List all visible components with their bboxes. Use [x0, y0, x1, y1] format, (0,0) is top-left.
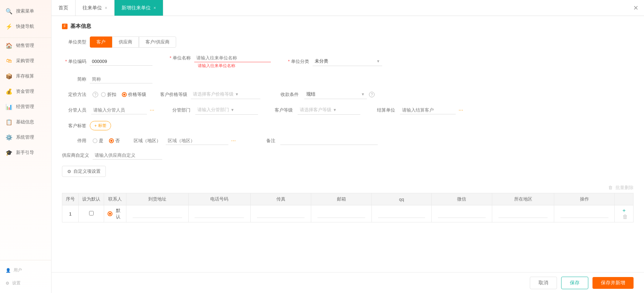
settlement-unit-input[interactable]	[400, 106, 456, 114]
row-add-btn[interactable]: +	[622, 207, 626, 213]
sidebar-nav: 🏠 销售管理 🛍 采购管理 📦 库存核算 💰 资金管理 📊 经营管理 📋 基础信…	[0, 38, 51, 160]
row-address[interactable]	[188, 205, 251, 222]
tab-new-partner-close[interactable]: ×	[154, 6, 156, 10]
sidebar-item-system[interactable]: ⚙️ 系统管理	[0, 130, 51, 145]
unit-type-customer[interactable]: 客户	[90, 36, 112, 48]
address-input[interactable]	[195, 210, 244, 218]
wechat-input[interactable]	[498, 210, 548, 218]
default-radio-circle	[108, 211, 112, 216]
email-input[interactable]	[378, 210, 425, 218]
radio-price-level[interactable]: 价格等级	[122, 91, 146, 98]
unit-type-both[interactable]: 客户/供应商	[139, 36, 176, 48]
contact-input[interactable]	[133, 210, 182, 218]
area-row-input[interactable]	[560, 210, 608, 218]
remark-input[interactable]	[280, 137, 378, 145]
fax-input[interactable]	[317, 210, 366, 218]
window-close-button[interactable]: ✕	[628, 0, 644, 16]
tab-home-label: 首页	[58, 5, 68, 11]
unit-type-group: 客户 供应商 客户/供应商	[90, 36, 176, 48]
settlement-more-btn[interactable]: ···	[457, 107, 464, 113]
unit-type-supplier[interactable]: 供应商	[112, 36, 139, 48]
qq-input[interactable]	[438, 210, 486, 218]
tab-new-partner[interactable]: 新增往来单位 ×	[115, 0, 163, 16]
payment-terms-value: 现结	[306, 91, 360, 97]
supplier-custom-input[interactable]	[93, 151, 162, 160]
row-default[interactable]: 默认	[104, 205, 126, 222]
customer-level-select[interactable]: 请选择客户等级 ▼	[298, 105, 360, 115]
row-phone[interactable]	[251, 205, 311, 222]
row-email[interactable]	[371, 205, 431, 222]
sidebar-item-finance[interactable]: 💰 资金管理	[0, 84, 51, 99]
section-title: 基本信息	[70, 23, 91, 30]
manager-more-btn[interactable]: ···	[148, 107, 156, 113]
unit-code-input[interactable]	[90, 57, 152, 66]
col-index: 序号	[62, 193, 79, 205]
save-button[interactable]: 保存	[561, 277, 588, 289]
row-fax[interactable]	[311, 205, 372, 222]
row-contact[interactable]	[126, 205, 189, 222]
unit-category-field: 单位分类 未分类 ▼	[285, 57, 382, 66]
sidebar-item-operations[interactable]: 📊 经营管理	[0, 99, 51, 114]
radio-discount[interactable]: 折扣	[101, 91, 116, 98]
cancel-button[interactable]: 取消	[530, 277, 557, 289]
finance-icon: 💰	[6, 88, 13, 95]
sidebar-user[interactable]: 👤 用户	[0, 264, 51, 277]
customer-price-select[interactable]: 请选择客户价格等级 ▼	[191, 90, 260, 99]
manager-field: 分管人员 ···	[62, 106, 156, 114]
section-basic-info: F 基本信息	[62, 23, 634, 30]
short-name-row: 简称	[62, 75, 634, 83]
row-index: 1	[62, 205, 79, 222]
sidebar-item-sales[interactable]: 🏠 销售管理	[0, 38, 51, 53]
sidebar-item-quicknav[interactable]: ⚡ 快捷导航	[0, 19, 51, 34]
unit-name-input[interactable]	[194, 54, 271, 62]
sidebar-item-purchase[interactable]: 🛍 采购管理	[0, 53, 51, 68]
sidebar-search[interactable]: 🔍 搜索菜单 ⚡ 快捷导航	[0, 0, 51, 38]
payment-terms-select[interactable]: 现结 ▼	[304, 90, 367, 99]
tab-partners[interactable]: 往来单位 ×	[76, 0, 115, 16]
unit-code-field: 单位编码	[62, 57, 152, 66]
unit-info-row: 单位编码 单位名称 请输入往来单位名称 单位分类 未分类 ▼	[62, 54, 634, 69]
row-qq[interactable]	[431, 205, 492, 222]
pricing-method-field: 定价方法 ? 折扣 价格等级	[62, 91, 146, 98]
radio-price-level-label: 价格等级	[128, 91, 146, 98]
batch-delete-label[interactable]: 批量删除	[615, 185, 634, 190]
customer-level-field: 客户等级 请选择客户等级 ▼	[268, 105, 360, 115]
sidebar-item-inventory[interactable]: 📦 库存核算	[0, 68, 51, 84]
tab-partners-close[interactable]: ×	[105, 6, 107, 10]
save-new-button[interactable]: 保存并新增	[592, 277, 634, 289]
unit-type-row: 单位类型 客户 供应商 客户/供应商	[62, 36, 634, 48]
remark-field: 备注	[251, 137, 378, 145]
pricing-help-icon[interactable]: ?	[93, 92, 98, 97]
radio-yes[interactable]: 是	[93, 138, 103, 144]
user-icon: 👤	[6, 268, 11, 273]
gear-icon: ⚙	[67, 169, 71, 174]
sidebar-settings[interactable]: ⚙ 设置	[0, 277, 51, 290]
add-tag-button[interactable]: + 标签	[90, 121, 111, 130]
system-icon: ⚙️	[6, 134, 13, 141]
row-select-checkbox[interactable]	[89, 211, 94, 215]
sidebar-item-basic[interactable]: 📋 基础信息	[0, 114, 51, 130]
area-more-btn[interactable]: ···	[230, 138, 237, 144]
disabled-radio-group: 是 否	[93, 138, 120, 144]
row-wechat[interactable]	[492, 205, 554, 222]
phone-input[interactable]	[257, 210, 305, 218]
manager-input[interactable]	[91, 106, 147, 114]
custom-settings-button[interactable]: ⚙ 自定义项设置	[62, 166, 106, 177]
radio-no[interactable]: 否	[109, 138, 120, 144]
default-radio[interactable]: 默认	[108, 207, 123, 220]
department-select[interactable]: 请输入分管部门 ▼	[195, 105, 258, 115]
short-name-input[interactable]	[90, 75, 152, 83]
unit-category-select[interactable]: 未分类 ▼	[313, 57, 382, 66]
row-area[interactable]	[554, 205, 615, 222]
area-input[interactable]	[166, 137, 228, 145]
sidebar-item-newbie[interactable]: 🎓 新手引导	[0, 145, 51, 160]
col-address: 电话号码	[188, 193, 251, 205]
row-del-btn[interactable]: 🗑	[622, 214, 628, 220]
management-row: 分管人员 ··· 分管部门 请输入分管部门 ▼ 客户等级 请选择客户等级 ▼	[62, 105, 634, 115]
row-checkbox[interactable]	[79, 205, 104, 222]
sidebar-item-search[interactable]: 🔍 搜索菜单	[0, 3, 51, 19]
payment-terms-help-icon[interactable]: ?	[369, 92, 375, 97]
payment-terms-field: 收款条件 现结 ▼ ?	[274, 90, 375, 99]
custom-settings-area: ⚙ 自定义项设置	[62, 166, 634, 182]
tab-home[interactable]: 首页	[52, 0, 76, 16]
